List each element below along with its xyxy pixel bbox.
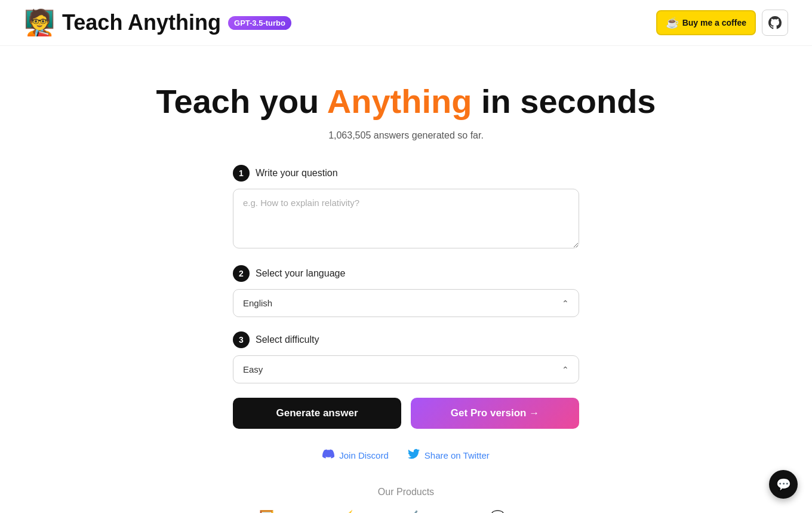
step2-number: 2	[233, 265, 250, 282]
question-input[interactable]	[233, 189, 579, 248]
hero-title-end: in seconds	[472, 82, 656, 120]
step3-text: Select difficulty	[256, 334, 319, 345]
products-title: Our Products	[203, 487, 609, 497]
app-title: Teach Anything	[62, 10, 221, 35]
generate-button[interactable]: Generate answer	[233, 398, 401, 429]
difficulty-select-wrapper: Easy ⌃	[233, 355, 579, 383]
step3-number: 3	[233, 331, 250, 348]
hero-title: Teach you Anything in seconds	[156, 82, 656, 121]
product-openi[interactable]: ⚡ OpenI	[341, 509, 382, 513]
product-magickimg[interactable]: 🖼️ magickimg	[259, 509, 318, 513]
step2-label: 2 Select your language	[233, 265, 579, 282]
social-links: Join Discord Share on Twitter	[233, 448, 579, 463]
buy-coffee-button[interactable]: ☕ Buy me a coffee	[656, 10, 756, 35]
language-select-wrapper: English ⌃	[233, 289, 579, 317]
pro-button[interactable]: Get Pro version →	[411, 398, 579, 429]
step2-text: Select your language	[256, 268, 345, 279]
magickpen-icon: ✍️	[407, 509, 422, 513]
step1-text: Write your question	[256, 168, 338, 179]
magickimg-icon: 🖼️	[259, 509, 274, 513]
buttons-row: Generate answer Get Pro version →	[233, 398, 579, 429]
discord-link[interactable]: Join Discord	[322, 448, 389, 463]
form-container: 1 Write your question 2 Select your lang…	[233, 165, 579, 487]
hero-title-start: Teach you	[156, 82, 327, 120]
step1-number: 1	[233, 165, 250, 182]
chevron-up-icon: ⌃	[562, 299, 569, 308]
difficulty-value: Easy	[243, 364, 263, 374]
hero-title-highlight: Anything	[327, 82, 472, 120]
header: 🧑‍🏫 Teach Anything GPT-3.5-turbo ☕ Buy m…	[0, 0, 812, 46]
header-right: ☕ Buy me a coffee	[656, 10, 788, 36]
subtitle: 1,063,505 answers generated so far.	[328, 130, 484, 141]
product-magickpen[interactable]: ✍️ MagickPen	[407, 509, 466, 513]
products-section: Our Products 🖼️ magickimg ⚡ OpenI ✍️ Mag…	[203, 487, 609, 513]
discord-icon	[322, 448, 334, 463]
chevron-up-icon-2: ⌃	[562, 365, 569, 374]
language-select[interactable]: English ⌃	[233, 289, 579, 317]
products-row: 🖼️ magickimg ⚡ OpenI ✍️ MagickPen 💬 Revi…	[203, 509, 609, 513]
language-value: English	[243, 298, 272, 308]
logo-icon: 🧑‍🏫	[24, 10, 55, 35]
github-icon	[768, 16, 782, 29]
discord-label: Join Discord	[339, 450, 389, 460]
header-left: 🧑‍🏫 Teach Anything GPT-3.5-turbo	[24, 10, 291, 35]
twitter-label: Share on Twitter	[425, 450, 490, 460]
step1-label: 1 Write your question	[233, 165, 579, 182]
twitter-icon	[408, 448, 420, 463]
main-content: Teach you Anything in seconds 1,063,505 …	[0, 46, 812, 513]
chat-bubble[interactable]: 💬	[769, 470, 798, 499]
step3-label: 3 Select difficulty	[233, 331, 579, 348]
reviewgpt-icon: 💬	[490, 509, 505, 513]
coffee-btn-label: Buy me a coffee	[682, 18, 746, 27]
chat-bubble-icon: 💬	[776, 477, 791, 492]
difficulty-select[interactable]: Easy ⌃	[233, 355, 579, 383]
product-reviewgpt[interactable]: 💬 ReviewGPT	[490, 509, 553, 513]
coffee-icon: ☕	[666, 16, 679, 29]
twitter-link[interactable]: Share on Twitter	[408, 448, 490, 463]
gpt-badge: GPT-3.5-turbo	[228, 16, 291, 30]
openi-icon: ⚡	[341, 509, 356, 513]
github-button[interactable]	[762, 10, 788, 36]
